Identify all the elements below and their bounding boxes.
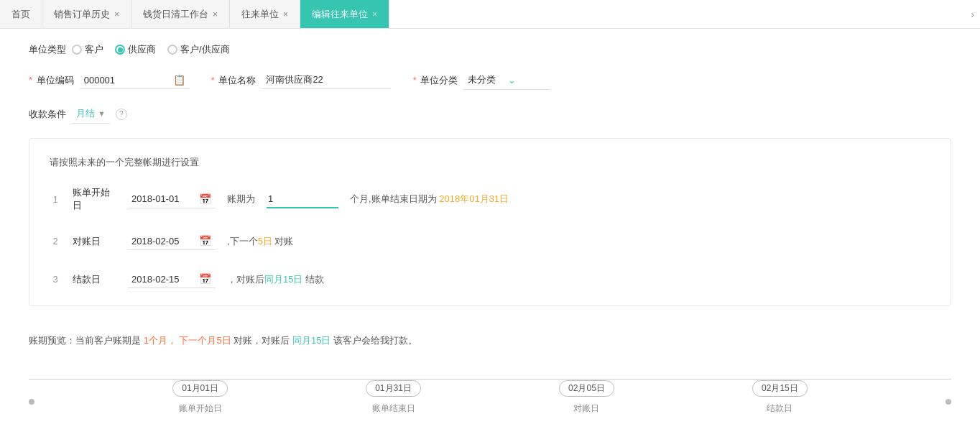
timeline-node-1: 01月01日 账单开始日 xyxy=(172,380,228,415)
row-3-date-group: 📅 xyxy=(127,270,216,288)
timeline-badge-2: 01月31日 xyxy=(366,380,421,397)
radio-both-circle xyxy=(167,45,177,55)
settings-box: 请按照未来的一个完整帐期进行设置 1 账单开始日 📅 账期为 个月,账单结束日期… xyxy=(29,138,951,306)
close-sales-history-icon[interactable]: × xyxy=(114,9,119,19)
preview-label: 账期预览：当前客户账期是 xyxy=(29,335,141,346)
unit-code-label: * 单位编码 xyxy=(29,74,74,87)
timeline-end-dot-wrapper xyxy=(946,389,951,415)
row-1-period-input[interactable] xyxy=(267,190,338,208)
row-2-num: 2 xyxy=(50,236,61,247)
tab-scroll-right-button[interactable]: › xyxy=(965,0,980,28)
unit-type-row: 单位类型 客户 供应商 客户/供应商 xyxy=(29,43,951,56)
tab-sales-history[interactable]: 销售订单历史 × xyxy=(42,0,131,28)
row-2-highlight: 5日 xyxy=(258,236,272,247)
row-1-period-unit: 个月,账单结束日期为 2018年01月31日 xyxy=(350,193,509,206)
unit-category-label: * 单位分类 xyxy=(412,74,458,87)
payment-terms-help-icon[interactable]: ? xyxy=(116,109,127,120)
timeline-label-2: 账单结束日 xyxy=(372,402,415,415)
row-3-suffix: ，对账后同月15日 结款 xyxy=(227,273,324,286)
row-3-highlight: 同月15日 xyxy=(264,274,302,285)
tab-home[interactable]: 首页 xyxy=(0,0,42,28)
radio-supplier-circle xyxy=(115,45,125,55)
timeline-label-1: 账单开始日 xyxy=(179,402,222,415)
unit-name-required: * xyxy=(211,75,215,86)
unit-category-group: * 单位分类 未分类 ⌄ xyxy=(412,70,550,90)
tab-home-label: 首页 xyxy=(11,8,30,21)
tab-cash-work[interactable]: 钱货日清工作台 × xyxy=(131,0,230,28)
chevron-right-icon: › xyxy=(971,9,974,20)
unit-category-required: * xyxy=(412,75,416,86)
tab-edit-partner-label: 编辑往来单位 xyxy=(312,8,368,21)
row-1-date-group: 📅 xyxy=(127,190,216,208)
preview-part3: 对账，对账后 xyxy=(234,335,290,346)
category-arrow-down-icon: ⌄ xyxy=(508,75,545,86)
row-3-date-input[interactable] xyxy=(131,274,196,285)
timeline-end-dot xyxy=(946,399,951,405)
payment-terms-arrow-down-icon: ▼ xyxy=(98,109,106,118)
preview-section: 账期预览：当前客户账期是 1个月， 下一个月5日 对账，对账后 同月15日 该客… xyxy=(29,321,951,433)
payment-terms-select[interactable]: 月结 ▼ xyxy=(72,104,110,124)
preview-part5: 该客户会给我打款。 xyxy=(333,335,417,346)
tab-edit-partner[interactable]: 编辑往来单位 × xyxy=(300,0,389,28)
radio-customer[interactable]: 客户 xyxy=(72,43,103,56)
preview-part4: 同月15日 xyxy=(292,335,330,346)
timeline-start-dot-wrapper xyxy=(29,389,34,415)
unit-type-group: 单位类型 客户 供应商 客户/供应商 xyxy=(29,43,230,56)
timeline-badge-3: 02月05日 xyxy=(559,380,614,397)
radio-supplier-label: 供应商 xyxy=(128,43,156,56)
row-1-period-label: 账期为 xyxy=(227,193,255,206)
preview-part1: 1个月， xyxy=(144,335,177,346)
unit-type-radio-group: 客户 供应商 客户/供应商 xyxy=(72,43,230,56)
tab-partner-label: 往来单位 xyxy=(241,8,279,21)
payment-terms-row: 收款条件 月结 ▼ ? xyxy=(29,104,951,124)
unit-code-required: * xyxy=(29,75,32,86)
row-2-date-input[interactable] xyxy=(131,236,196,247)
unit-name-label: * 单位名称 xyxy=(211,74,256,87)
payment-terms-label: 收款条件 xyxy=(29,108,66,121)
radio-customer-label: 客户 xyxy=(85,43,103,56)
row-1-date-input[interactable] xyxy=(131,193,196,204)
payment-terms-value: 月结 xyxy=(76,107,95,120)
unit-code-input[interactable] xyxy=(84,75,170,86)
row-1-label: 账单开始日 xyxy=(73,186,116,212)
settings-title: 请按照未来的一个完整帐期进行设置 xyxy=(50,156,930,169)
row-2-suffix: ,下一个5日 对账 xyxy=(227,235,293,248)
timeline-label-3: 对账日 xyxy=(573,402,599,415)
row-2-calendar-icon[interactable]: 📅 xyxy=(199,235,211,247)
tab-partner[interactable]: 往来单位 × xyxy=(230,0,300,28)
timeline-items: 01月01日 账单开始日 01月31日 账单结束日 02月05日 对账日 02月… xyxy=(29,380,951,415)
setting-row-1: 1 账单开始日 📅 账期为 个月,账单结束日期为 2018年01月31日 xyxy=(50,186,930,212)
row-3-calendar-icon[interactable]: 📅 xyxy=(199,273,211,285)
unit-type-label: 单位类型 xyxy=(29,43,66,56)
close-cash-work-icon[interactable]: × xyxy=(213,9,218,19)
timeline-start-dot xyxy=(29,399,34,405)
timeline: 01月01日 账单开始日 01月31日 账单结束日 02月05日 对账日 02月… xyxy=(29,366,951,422)
row-2-date-group: 📅 xyxy=(127,232,216,250)
main-content: 单位类型 客户 供应商 客户/供应商 * 单位编码 xyxy=(0,29,980,437)
unit-code-input-group: 📋 xyxy=(80,71,190,89)
row-1-num: 1 xyxy=(50,194,61,205)
unit-code-icon[interactable]: 📋 xyxy=(173,74,185,86)
close-partner-icon[interactable]: × xyxy=(283,9,288,19)
timeline-label-4: 结款日 xyxy=(767,402,792,415)
preview-text: 账期预览：当前客户账期是 1个月， 下一个月5日 对账，对账后 同月15日 该客… xyxy=(29,332,951,349)
unit-category-select[interactable]: 未分类 ⌄ xyxy=(463,70,550,90)
timeline-badge-1: 01月01日 xyxy=(172,380,228,397)
timeline-node-2: 01月31日 账单结束日 xyxy=(366,380,421,415)
row-3-label: 结款日 xyxy=(73,273,116,286)
payment-terms-group: 收款条件 月结 ▼ ? xyxy=(29,104,127,124)
tab-cash-work-label: 钱货日清工作台 xyxy=(143,8,208,21)
setting-row-2: 2 对账日 📅 ,下一个5日 对账 xyxy=(50,232,930,250)
radio-both[interactable]: 客户/供应商 xyxy=(167,43,230,56)
radio-supplier[interactable]: 供应商 xyxy=(115,43,156,56)
code-name-category-row: * 单位编码 📋 * 单位名称 * 单位分类 未分类 ⌄ xyxy=(29,70,951,90)
unit-name-group: * 单位名称 xyxy=(211,72,392,89)
timeline-node-3: 02月05日 对账日 xyxy=(559,380,614,415)
row-1-calendar-icon[interactable]: 📅 xyxy=(199,193,211,205)
row-3-num: 3 xyxy=(50,274,61,285)
radio-both-label: 客户/供应商 xyxy=(180,43,230,56)
setting-row-3: 3 结款日 📅 ，对账后同月15日 结款 xyxy=(50,270,930,288)
tabs-bar: 首页 销售订单历史 × 钱货日清工作台 × 往来单位 × 编辑往来单位 × › xyxy=(0,0,980,29)
close-edit-partner-icon[interactable]: × xyxy=(372,9,377,19)
unit-name-input[interactable] xyxy=(262,72,391,89)
